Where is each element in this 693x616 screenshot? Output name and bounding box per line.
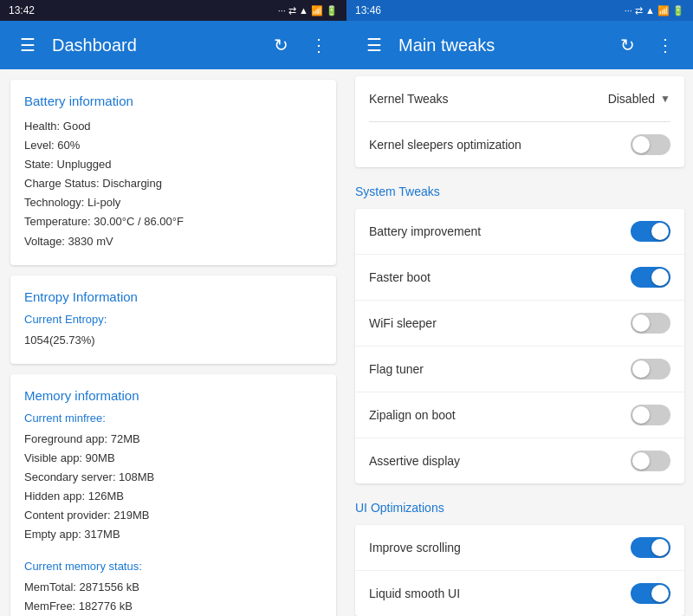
system-tweak-label: Assertive display [369,454,460,468]
system-tweak-label: WiFi sleeper [369,316,437,330]
kernel-tweaks-value[interactable]: Disabled ▼ [608,92,670,106]
memory-status-label: Current memory status: [24,560,322,573]
kernel-sleepers-knob [632,136,650,153]
system-tweak-row: Assertive display [355,438,684,483]
left-appbar-title: Dashboard [52,36,256,55]
toggle-knob [651,585,669,602]
ui-optimizations-card: Improve scrollingLiquid smooth UI [355,525,684,616]
left-status-bar: 13:42 ··· ⇄ ▲ 📶 🔋 [0,0,346,21]
system-tweak-label: Flag tuner [369,362,424,376]
ui-opt-toggle-1[interactable] [631,583,670,604]
system-tweak-label: Zipalign on boot [369,408,456,422]
right-appbar-title: Main tweaks [398,36,603,55]
right-menu-icon[interactable]: ☰ [360,31,388,59]
system-tweaks-card: Battery improvementFaster bootWiFi sleep… [355,209,684,483]
system-tweak-row: Faster boot [355,255,684,301]
system-tweak-label: Battery improvement [369,224,481,238]
toggle-knob [632,452,650,470]
ui-opt-row: Improve scrolling [355,525,684,571]
entropy-value: 1054(25.73%) [24,331,322,350]
entropy-title: Entropy Information [24,289,322,304]
left-time: 13:42 [9,4,35,16]
system-tweak-toggle-0[interactable] [631,221,670,242]
left-refresh-icon[interactable]: ↻ [267,31,295,59]
minfree-label: Current minfree: [24,412,322,425]
ui-optimizations-header: UI Optimizations [346,490,693,518]
battery-title: Battery information [24,94,322,108]
memory-title: Memory information [24,388,322,403]
system-tweak-toggle-4[interactable] [631,405,670,425]
battery-details: Health: GoodLevel: 60%State: UnpluggedCh… [24,117,322,251]
right-appbar: ☰ Main tweaks ↻ ⋮ [346,21,693,69]
left-menu-icon[interactable]: ☰ [14,31,42,59]
right-refresh-icon[interactable]: ↻ [613,31,641,59]
toggle-knob [632,360,650,378]
system-tweak-label: Faster boot [369,270,431,284]
minfree-items: Foreground app: 72MBVisible app: 90MBSec… [24,430,322,545]
kernel-sleepers-row: Kernel sleepers optimization [355,122,684,167]
kernel-tweaks-card: Kernel Tweaks Disabled ▼ Kernel sleepers… [355,76,684,167]
toggle-knob [651,269,669,286]
ui-opt-label: Improve scrolling [369,541,461,554]
kernel-tweaks-label: Kernel Tweaks [369,92,449,106]
kernel-sleepers-label: Kernel sleepers optimization [369,138,521,152]
system-tweak-row: Zipalign on boot [355,392,684,438]
toggle-knob [632,406,650,424]
toggle-knob [651,223,669,240]
battery-card: Battery information Health: GoodLevel: 6… [10,80,336,265]
dropdown-arrow-icon: ▼ [660,93,670,105]
system-tweak-row: WiFi sleeper [355,301,684,347]
dashboard-panel: Battery information Health: GoodLevel: 6… [0,69,346,616]
system-tweak-row: Battery improvement [355,209,684,255]
toggle-knob [632,314,650,332]
right-time: 13:46 [355,4,381,16]
right-status-icons: ··· ⇄ ▲ 📶 🔋 [625,5,684,16]
entropy-card: Entropy Information Current Entropy: 105… [10,276,336,364]
left-more-icon[interactable]: ⋮ [305,31,333,59]
ui-opt-label: Liquid smooth UI [369,587,460,600]
kernel-sleepers-toggle[interactable] [631,134,670,155]
system-tweak-row: Flag tuner [355,347,684,392]
right-more-icon[interactable]: ⋮ [651,31,679,59]
system-tweak-toggle-1[interactable] [631,267,670,288]
memory-card: Memory information Current minfree: Fore… [10,374,336,616]
left-appbar: ☰ Dashboard ↻ ⋮ [0,21,346,69]
entropy-subtitle: Current Entropy: [24,313,322,326]
system-tweak-toggle-5[interactable] [631,451,670,471]
left-status-icons: ··· ⇄ ▲ 📶 🔋 [278,5,338,16]
tweaks-panel: Kernel Tweaks Disabled ▼ Kernel sleepers… [346,69,693,616]
system-tweak-toggle-3[interactable] [631,359,670,379]
system-tweak-toggle-2[interactable] [631,313,670,334]
system-tweaks-header: System Tweaks [346,174,693,202]
memory-status-items: MemTotal: 2871556 kBMemFree: 182776 kBBu… [24,578,322,616]
right-status-bar: 13:46 ··· ⇄ ▲ 📶 🔋 [346,0,693,21]
ui-opt-toggle-0[interactable] [631,537,670,558]
ui-opt-row: Liquid smooth UI [355,571,684,616]
kernel-tweaks-row[interactable]: Kernel Tweaks Disabled ▼ [355,76,684,121]
toggle-knob [651,539,669,556]
